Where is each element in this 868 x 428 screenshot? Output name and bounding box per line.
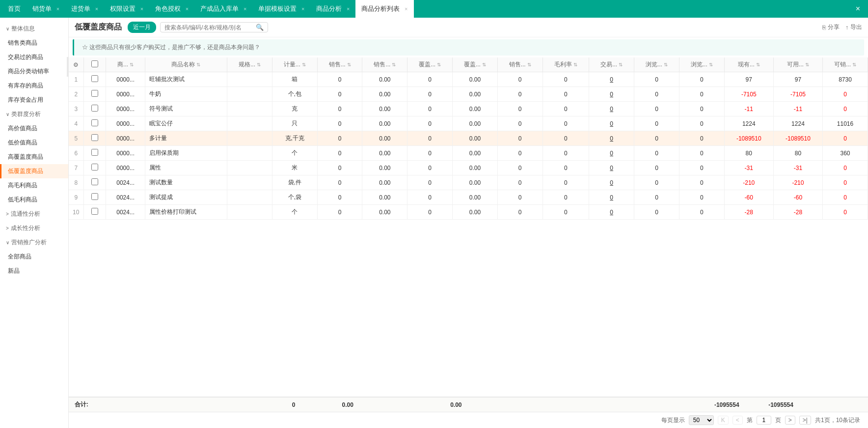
nav-tab-finished-goods[interactable]: 产成品入库单 ×	[194, 0, 252, 18]
gross-rate-column-header[interactable]: 毛利率⇅	[542, 57, 589, 72]
sidebar-item-all-products[interactable]: 全部商品	[0, 250, 68, 264]
sidebar-item-low-value[interactable]: 低价值商品	[0, 136, 68, 150]
row-num: 10	[69, 205, 83, 220]
sidebar-item-low-margin[interactable]: 低毛利商品	[0, 193, 68, 207]
nav-tab-product-analysis-list[interactable]: 商品分析列表 ×	[355, 0, 413, 18]
sales-days-column-header[interactable]: 销售...⇅	[497, 57, 542, 72]
row-checkbox[interactable]	[83, 175, 106, 190]
row-checkbox[interactable]	[83, 72, 106, 87]
row-name[interactable]: 测试数量	[145, 175, 227, 190]
row-trade[interactable]: 0	[589, 205, 634, 220]
row-trade[interactable]: 0	[589, 116, 634, 131]
first-page-button[interactable]: K	[718, 416, 729, 425]
next-page-button[interactable]: >	[785, 416, 795, 425]
row-name[interactable]: 测试提成	[145, 190, 227, 205]
close-purchase-tab-icon[interactable]: ×	[95, 6, 98, 12]
row-name[interactable]: 符号测试	[145, 102, 227, 116]
sidebar-item-high-value[interactable]: 高价值商品	[0, 121, 68, 136]
row-checkbox[interactable]	[83, 102, 106, 116]
row-checkbox[interactable]	[83, 146, 106, 161]
row-coverage2: 0.00	[453, 131, 498, 146]
row-name[interactable]: 启用保质期	[145, 146, 227, 161]
sidebar-item-high-coverage[interactable]: 高覆盖度商品	[0, 150, 68, 164]
saleable-column-header[interactable]: 可销...⇅	[823, 57, 868, 72]
row-trade[interactable]: 0	[589, 146, 634, 161]
close-product-analysis-list-tab-icon[interactable]: ×	[405, 6, 407, 12]
per-page-select[interactable]: 50 100 200	[689, 415, 714, 425]
coverage1-column-header[interactable]: 覆盖...⇅	[407, 57, 453, 72]
row-trade[interactable]: 0	[589, 102, 634, 116]
row-sales-count: 0	[317, 87, 362, 102]
nav-tab-purchase[interactable]: 进货单 ×	[65, 0, 104, 18]
current-stock-column-header[interactable]: 现有...⇅	[724, 57, 773, 72]
sidebar-section-overall[interactable]: ∨ 整体信息	[0, 22, 68, 36]
nav-tab-product-analysis[interactable]: 商品分析 ×	[310, 0, 355, 18]
spec-column-header[interactable]: 规格...⇅	[227, 57, 272, 72]
name-column-header[interactable]: 商品名称⇅	[145, 57, 227, 72]
row-name[interactable]: 旺辅批次测试	[145, 72, 227, 87]
export-button[interactable]: ↑ 导出	[845, 23, 862, 31]
row-sales-amount: 0.00	[362, 72, 407, 87]
row-trade[interactable]: 0	[589, 161, 634, 175]
browse2-column-header[interactable]: 浏览...⇅	[679, 57, 724, 72]
nav-tab-home[interactable]: 首页	[2, 0, 27, 18]
row-checkbox[interactable]	[83, 161, 106, 175]
close-all-tabs-button[interactable]: ×	[850, 0, 866, 18]
sidebar-section-marketing[interactable]: ∨ 营销推广分析	[0, 235, 68, 250]
close-template-settings-tab-icon[interactable]: ×	[301, 6, 304, 12]
row-name[interactable]: 属性价格打印测试	[145, 205, 227, 220]
row-name[interactable]: 属性	[145, 161, 227, 175]
row-checkbox[interactable]	[83, 205, 106, 220]
row-trade[interactable]: 0	[589, 175, 634, 190]
share-button[interactable]: ⎘ 分享	[822, 23, 840, 31]
row-trade[interactable]: 0	[589, 72, 634, 87]
sidebar-item-high-margin[interactable]: 高毛利商品	[0, 178, 68, 193]
sidebar-item-inventory-capital[interactable]: 库存资金占用	[0, 93, 68, 107]
row-trade[interactable]: 0	[589, 190, 634, 205]
row-name[interactable]: 牛奶	[145, 87, 227, 102]
row-checkbox[interactable]	[83, 131, 106, 146]
trade-column-header[interactable]: 交易...⇅	[589, 57, 634, 72]
close-sales-tab-icon[interactable]: ×	[56, 6, 59, 12]
close-finished-goods-tab-icon[interactable]: ×	[244, 6, 246, 12]
close-roles-tab-icon[interactable]: ×	[186, 6, 189, 12]
last-page-button[interactable]: >|	[799, 416, 811, 425]
settings-column-header[interactable]: ⚙	[69, 57, 83, 72]
coverage2-column-header[interactable]: 覆盖...⇅	[453, 57, 498, 72]
unit-column-header[interactable]: 计量...⇅	[272, 57, 317, 72]
prev-page-button[interactable]: <	[732, 416, 743, 425]
sidebar-section-group-analysis[interactable]: ∨ 类群度分析	[0, 107, 68, 121]
close-permissions-tab-icon[interactable]: ×	[140, 6, 143, 12]
row-name[interactable]: 眠宝公仔	[145, 116, 227, 131]
available-column-header[interactable]: 可用...⇅	[773, 57, 822, 72]
filter-recent-button[interactable]: 近一月	[128, 22, 156, 33]
search-input[interactable]	[164, 24, 254, 31]
row-name[interactable]: 多计量	[145, 131, 227, 146]
nav-tab-permissions[interactable]: 权限设置 ×	[104, 0, 149, 18]
row-checkbox[interactable]	[83, 190, 106, 205]
row-trade[interactable]: 0	[589, 87, 634, 102]
sidebar-item-stocked-products[interactable]: 有库存的商品	[0, 79, 68, 93]
nav-tab-sales[interactable]: 销货单 ×	[27, 0, 65, 18]
sidebar-item-product-category-rate[interactable]: 商品分类动销率	[0, 64, 68, 79]
page-number-input[interactable]	[757, 416, 771, 425]
row-trade[interactable]: 0	[589, 131, 634, 146]
row-code: 0000...	[106, 72, 145, 87]
row-checkbox[interactable]	[83, 116, 106, 131]
select-all-checkbox[interactable]	[91, 60, 98, 67]
nav-tab-template-settings[interactable]: 单据模板设置 ×	[252, 0, 310, 18]
close-product-analysis-tab-icon[interactable]: ×	[347, 6, 350, 12]
sidebar-item-new-products[interactable]: 新品	[0, 264, 68, 278]
row-checkbox[interactable]	[83, 87, 106, 102]
sidebar-item-low-coverage[interactable]: 低覆盖度商品	[0, 164, 68, 178]
sidebar-item-traded-products[interactable]: 交易过的商品	[0, 50, 68, 64]
sidebar-section-liquidity[interactable]: > 流通性分析	[0, 207, 68, 221]
sidebar-item-sales-products[interactable]: 销售类商品	[0, 36, 68, 50]
sales-amount-column-header[interactable]: 销售...⇅	[362, 57, 407, 72]
nav-tab-roles[interactable]: 角色授权 ×	[149, 0, 194, 18]
code-column-header[interactable]: 商...⇅	[106, 57, 145, 72]
row-code: 0000...	[106, 131, 145, 146]
browse1-column-header[interactable]: 浏览...⇅	[634, 57, 679, 72]
sidebar-section-growth[interactable]: > 成长性分析	[0, 221, 68, 235]
sales-count-column-header[interactable]: 销售...⇅	[317, 57, 362, 72]
